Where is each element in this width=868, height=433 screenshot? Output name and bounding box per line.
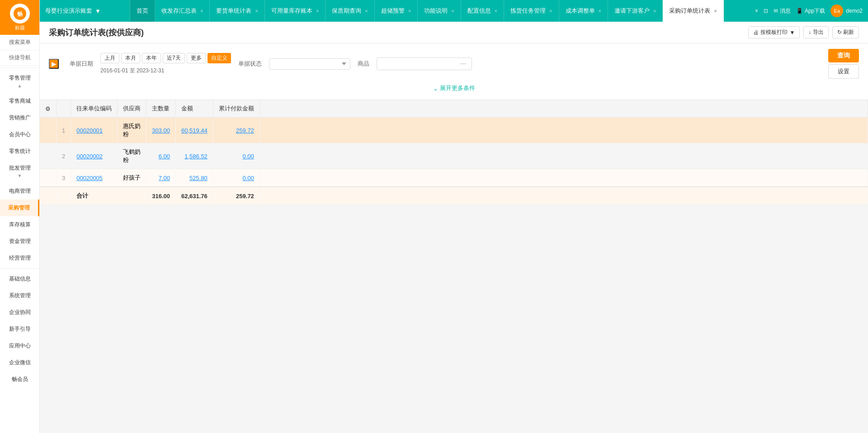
row2-paid-amount-link[interactable]: 0.00 [243,153,254,160]
tab-config-info[interactable]: 配置信息 × [461,0,504,22]
sidebar-item-wholesale-mgmt[interactable]: 批发管理 ▼ [0,160,39,183]
tab-receive-send[interactable]: 收发存汇总表 × [155,0,210,22]
row1-paid-amount-link[interactable]: 259.72 [236,127,254,134]
sidebar-item-purchase-mgmt[interactable]: 采购管理 [0,200,39,216]
date-7days-btn[interactable]: 近7天 [163,53,185,63]
goods-label: 商品 [358,60,369,68]
settings-icon[interactable]: ⚙ [45,105,51,112]
table-row: 3 00020005 好孩子 7.00 525.80 [40,169,868,187]
sidebar-item-finance-mgmt[interactable]: 资金管理 [0,233,39,250]
row3-paid-amount-link[interactable]: 0.00 [243,175,254,181]
app-download-button[interactable]: 📱 App下载 [796,7,825,15]
date-more-btn[interactable]: 更多 [187,53,206,63]
tab-cost-adjust[interactable]: 成本调整单 × [559,0,608,22]
maximize-button[interactable]: ⊡ [764,8,768,14]
refresh-icon: ↻ [837,29,842,35]
tab-close-purchase-order-stats[interactable]: × [714,8,717,14]
row3-supplier-name: 好孩子 [118,169,146,187]
table-section: ⚙ 往来单位编码 供应商 主数量 金额 累计付款金额 [40,100,868,433]
col-extra-header [259,100,868,118]
sidebar-item-new-guide[interactable]: 新手引导 [0,321,39,338]
sidebar-item-enterprise-collab[interactable]: 企业协同 [0,304,39,321]
template-dropdown-icon: ▼ [789,29,795,36]
goods-ellipsis-btn[interactable]: ··· [458,60,468,68]
expand-more-btn[interactable]: ⌄ 展开更多条件 [428,82,481,94]
date-this-month-btn[interactable]: 本月 [121,53,140,63]
query-button[interactable]: 查询 [828,49,859,62]
date-last-month-btn[interactable]: 上月 [100,53,119,63]
row1-amount-link[interactable]: 60,519.44 [181,127,208,134]
row1-extra [259,118,868,143]
download-icon: 📱 [796,8,803,14]
message-button[interactable]: ✉ 消息 [774,7,791,15]
close-all-tabs-button[interactable]: × [755,8,758,14]
tab-overstock-warning[interactable]: 超储预警 × [375,0,418,22]
tab-close-purchase-stats[interactable]: × [255,8,258,14]
status-field [269,58,350,70]
tab-close-available-stock[interactable]: × [316,8,319,14]
workspace-selector[interactable]: 母婴行业演示账套 ▼ [40,0,130,22]
export-button[interactable]: ↓ 导出 [803,26,828,38]
template-print-button[interactable]: 🖨 按模板打印 ▼ [748,26,800,38]
tab-close-pick-task[interactable]: × [549,8,552,14]
sidebar-item-app-center[interactable]: 应用中心 [0,338,39,354]
data-table: ⚙ 往来单位编码 供应商 主数量 金额 累计付款金额 [40,100,868,205]
col-settings-header: ⚙ [40,100,57,118]
row3-supplier-code-link[interactable]: 00020005 [76,175,103,181]
sidebar-quick-nav[interactable]: 快捷导航 [0,50,39,66]
sidebar-item-sys-mgmt[interactable]: 系统管理 [0,287,39,304]
sidebar-item-retail-mall[interactable]: 零售商城 [0,93,39,109]
footer-extra [259,187,868,205]
date-this-year-btn[interactable]: 本年 [142,53,161,63]
tab-close-function-desc[interactable]: × [451,8,454,14]
tab-invite-downstream[interactable]: 邀请下游客户 × [608,0,663,22]
tab-purchase-order-stats[interactable]: 采购订单统计表 × [663,0,723,22]
col-main-qty-header: 主数量 [146,100,176,118]
refresh-button[interactable]: ↻ 刷新 [832,26,859,38]
sidebar-item-marketing[interactable]: 营销推广 [0,109,39,126]
tab-function-desc[interactable]: 功能说明 × [418,0,461,22]
row1-supplier-code-link[interactable]: 00020001 [76,127,103,134]
sidebar-item-retail-stats[interactable]: 零售统计 [0,143,39,160]
sidebar-item-ops-mgmt[interactable]: 经营管理 [0,250,39,266]
tab-close-cost-adjust[interactable]: × [599,8,601,14]
row2-supplier-code: 00020002 [71,143,118,169]
row2-supplier-code-link[interactable]: 00020002 [76,153,103,160]
row3-main-qty-link[interactable]: 7.00 [159,175,170,181]
sidebar-item-member-vip[interactable]: 畅会员 [0,371,39,388]
goods-input[interactable] [381,61,457,67]
sidebar-item-inventory-check[interactable]: 库存核算 [0,216,39,233]
row2-main-qty-link[interactable]: 6.00 [159,153,170,160]
row3-settings [40,169,57,187]
tab-close-overstock-warning[interactable]: × [408,8,411,14]
tab-available-stock[interactable]: 可用量库存账本 × [265,0,326,22]
tab-purchase-stats[interactable]: 要货单统计表 × [210,0,264,22]
settings-button[interactable]: 设置 [828,64,859,79]
tab-close-receive-send[interactable]: × [200,8,203,14]
tab-home[interactable]: 首页 [130,0,155,22]
col-index-header [57,100,71,118]
row2-index: 2 [57,143,71,169]
sidebar-item-retail-mgmt[interactable]: 零售管理 ▲ [0,70,39,93]
tab-close-invite-downstream[interactable]: × [653,8,656,14]
filter-expand-row: ⌄ 展开更多条件 [49,82,859,94]
tab-pick-task[interactable]: 拣货任务管理 × [504,0,559,22]
date-custom-btn[interactable]: 自定义 [208,53,231,63]
sidebar-search[interactable]: 搜索菜单 [0,35,39,50]
row3-amount-link[interactable]: 525.80 [189,175,208,181]
tab-expiry-query[interactable]: 保质期查询 × [326,0,374,22]
row1-main-qty-link[interactable]: 303.00 [152,127,170,134]
tab-close-expiry-query[interactable]: × [365,8,368,14]
row3-supplier-code: 00020005 [71,169,118,187]
sidebar-item-ecommerce-mgmt[interactable]: 电商管理 [0,183,39,200]
app-logo[interactable]: 畅 标题 [0,0,39,35]
status-select[interactable] [269,58,350,70]
tab-close-config-info[interactable]: × [495,8,497,14]
filter-toggle-button[interactable]: ▶ [49,59,59,69]
sidebar-item-member-center[interactable]: 会员中心 [0,126,39,143]
row2-amount-link[interactable]: 1,586.52 [184,153,208,160]
user-avatar-button[interactable]: Ea demo2 [830,5,863,17]
sidebar-item-enterprise-wechat[interactable]: 企业微信 [0,354,39,371]
sidebar-item-basic-info[interactable]: 基础信息 [0,271,39,287]
tab-container: 首页 收发存汇总表 × 要货单统计表 × 可用量库存账本 × 保质期查询 × [130,0,755,22]
